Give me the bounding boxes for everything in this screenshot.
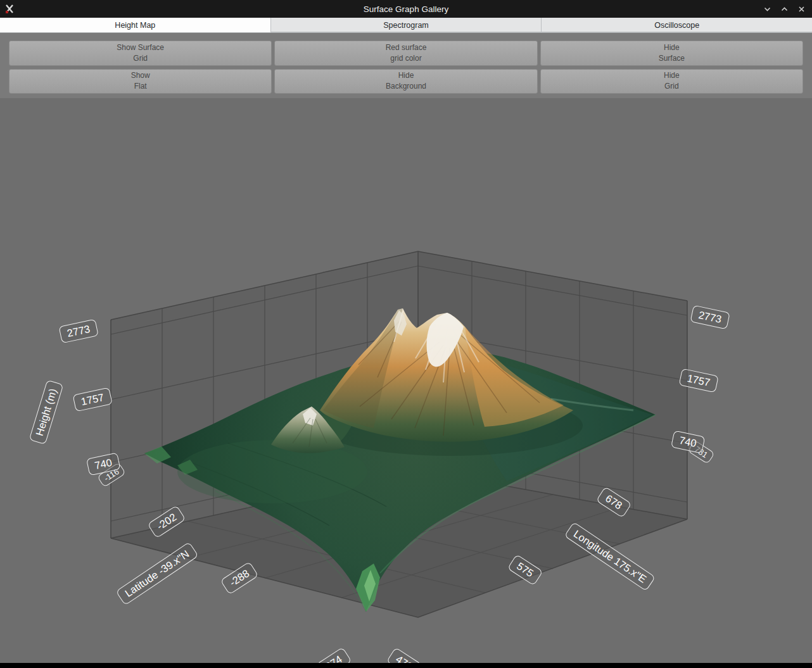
close-icon <box>797 5 806 13</box>
window-close-button[interactable] <box>797 4 806 13</box>
button-label: grid color <box>390 53 421 64</box>
red-surface-grid-color-button[interactable]: Red surface grid color <box>274 41 537 66</box>
chevron-up-icon <box>780 5 789 13</box>
button-label: Hide <box>664 70 680 81</box>
button-label: Hide <box>398 70 414 81</box>
window-title: Surface Graph Gallery <box>0 4 812 14</box>
tab-spectrogram[interactable]: Spectrogram <box>271 18 542 32</box>
button-label: Show Surface <box>117 42 164 53</box>
button-label: Hide <box>664 42 680 53</box>
button-label: Red surface <box>386 42 427 53</box>
app-icon <box>4 4 15 14</box>
button-label: Flat <box>134 81 147 92</box>
tab-bar: Height Map Spectrogram Oscilloscope <box>0 18 812 33</box>
window-maximize-button[interactable] <box>780 4 789 13</box>
tab-height-map[interactable]: Height Map <box>0 18 271 32</box>
surface-3d-render <box>0 98 812 668</box>
show-surface-grid-button[interactable]: Show Surface Grid <box>9 41 272 66</box>
button-label: Background <box>386 81 426 92</box>
window-minimize-button[interactable] <box>763 4 771 13</box>
control-button-panel: Show Surface Grid Red surface grid color… <box>0 33 812 98</box>
button-label: Grid <box>133 53 148 64</box>
surface-3d-viewport[interactable] <box>0 98 812 668</box>
show-flat-button[interactable]: Show Flat <box>9 69 272 94</box>
chevron-down-icon <box>763 5 771 13</box>
button-label: Show <box>131 70 150 81</box>
hide-grid-button[interactable]: Hide Grid <box>540 69 803 94</box>
hide-surface-button[interactable]: Hide Surface <box>540 41 803 66</box>
window-titlebar[interactable]: Surface Graph Gallery <box>0 0 812 18</box>
bottom-edge-strip <box>0 663 812 668</box>
hide-background-button[interactable]: Hide Background <box>274 69 537 94</box>
button-label: Surface <box>659 53 685 64</box>
tab-oscilloscope[interactable]: Oscilloscope <box>542 18 812 32</box>
button-label: Grid <box>664 81 679 92</box>
